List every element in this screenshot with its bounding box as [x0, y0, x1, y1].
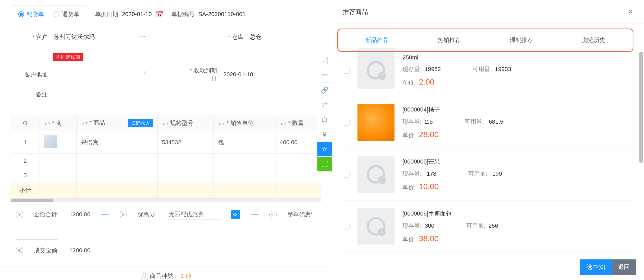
- toolbar-expand-button[interactable]: ⛶: [317, 157, 332, 171]
- toolbar-chart-button[interactable]: 〰: [317, 68, 332, 83]
- back-button[interactable]: 返回: [612, 259, 636, 275]
- price-value: 28.00: [419, 130, 439, 139]
- order-discount-input[interactable]: [16, 230, 58, 240]
- subtotal-row: 小计: [11, 183, 321, 198]
- vertical-scrollbar[interactable]: [639, 52, 643, 163]
- minus-icon: —: [251, 210, 259, 219]
- warehouse-input[interactable]: 总仓: [249, 31, 344, 43]
- coupon-icon: 券: [120, 211, 127, 218]
- radio-dot-icon: [53, 11, 59, 17]
- toolbar-person-button[interactable]: ☖: [317, 112, 332, 127]
- stock-value: 2.5: [425, 118, 433, 125]
- stock-value: 19952: [425, 66, 441, 72]
- doc-date-field: 单据日期 2020-01-10 📅: [95, 10, 164, 18]
- doc-no-field: 单据编号 SA-20200110-001: [171, 10, 246, 18]
- horizontal-scrollbar[interactable]: [11, 199, 321, 202]
- account-period-tag: 不固定账期: [53, 53, 83, 61]
- radio-dot-icon: [18, 11, 24, 17]
- product-thumb-icon: [44, 135, 57, 148]
- radio-label: 销货单: [27, 10, 44, 18]
- minus-icon: —: [101, 210, 109, 219]
- avail-value: 19903: [495, 66, 511, 72]
- toolbar-notes-button[interactable]: 📄: [317, 53, 332, 68]
- col-unit[interactable]: ▲▼销售单位: [214, 115, 275, 131]
- amount-total-value: 1200.00: [69, 211, 90, 218]
- doc-no-label: 单据编号: [171, 10, 195, 18]
- list-item[interactable]: [0000005]芒果 现存量:-178 可用量:-190 单价:10.00: [343, 148, 633, 200]
- product-image: [357, 104, 394, 141]
- list-item[interactable]: [0000004]橘子 现存量:2.5 可用量:-681.5 单价:28.00: [343, 96, 633, 148]
- doc-date-label: 单据日期: [95, 10, 118, 18]
- stock-value: 300: [425, 222, 434, 229]
- product-name: [0000005]芒果: [402, 158, 633, 166]
- product-checkbox[interactable]: [343, 67, 350, 74]
- more-icon[interactable]: ⋯: [139, 33, 146, 40]
- product-name: [0000004]橘子: [402, 106, 633, 114]
- product-checkbox[interactable]: [343, 223, 350, 230]
- footer-summary: 品 商品种类： 1 种: [0, 267, 332, 280]
- doc-date-value[interactable]: 2020-01-10: [122, 11, 152, 18]
- table-row[interactable]: 1 果倍爽 534532 包 400.00: [11, 131, 321, 154]
- kinds-icon: 品: [141, 273, 148, 280]
- tab-slow-recommend[interactable]: 滞销推荐: [486, 31, 558, 49]
- price-value: 2.00: [419, 77, 434, 86]
- product-image: [357, 52, 394, 89]
- discount-icon: 折: [269, 211, 277, 218]
- currency-icon: ¥: [16, 211, 23, 218]
- address-select[interactable]: ▽: [53, 70, 148, 79]
- product-checkbox[interactable]: [343, 171, 350, 178]
- deal-amount-value: 1200.00: [69, 247, 90, 254]
- due-date-input[interactable]: 2020-01-10: [222, 69, 318, 80]
- table-row[interactable]: 3: [11, 168, 321, 183]
- placeholder-icon: [367, 217, 385, 236]
- stock-value: -178: [425, 170, 436, 177]
- price-value: 38.00: [419, 234, 439, 243]
- doc-no-value: SA-20200110-001: [198, 11, 246, 18]
- customer-input[interactable]: 苏州万达沃尔玛⋯: [53, 31, 148, 43]
- close-icon[interactable]: ✕: [627, 7, 633, 16]
- address-label: 客户地址: [16, 71, 48, 78]
- avail-value: -190: [490, 170, 502, 177]
- placeholder-icon: [367, 165, 385, 184]
- col-settings[interactable]: ⚙: [11, 115, 39, 131]
- recommend-tabs: 新品推荐 热销推荐 滞销推荐 浏览历史: [337, 29, 633, 52]
- toolbar-favorite-button[interactable]: ☆: [317, 142, 332, 157]
- cell-qty[interactable]: 400.00: [275, 131, 321, 154]
- tab-new-recommend[interactable]: 新品推荐: [341, 31, 413, 49]
- toolbar-currency-button[interactable]: ¥: [317, 127, 332, 142]
- list-item[interactable]: 250ml 现存量:19952 可用量:19903 单价:2.00: [343, 52, 633, 96]
- col-qty[interactable]: ▲▼数量: [275, 115, 321, 131]
- product-image: [357, 208, 394, 245]
- calendar-icon[interactable]: 📅: [156, 11, 164, 18]
- selected-count-button[interactable]: 选中(0): [580, 259, 612, 275]
- cell-unit[interactable]: 包: [214, 131, 275, 154]
- scan-entry-button[interactable]: 扫码录入: [128, 119, 153, 127]
- avail-value: -681.5: [487, 118, 503, 125]
- col-spec[interactable]: ▲▼规格型号: [157, 115, 214, 131]
- col-image[interactable]: ▲▼商: [39, 115, 77, 131]
- radio-sales-order[interactable]: 销货单: [18, 10, 44, 18]
- table-row[interactable]: 2: [11, 154, 321, 168]
- radio-return-order[interactable]: 退货单: [53, 10, 79, 18]
- toolbar-exchange-button[interactable]: ⇄: [317, 97, 332, 112]
- refresh-coupon-button[interactable]: ⟳: [231, 210, 240, 219]
- chevron-down-icon: ▽: [143, 70, 146, 75]
- tab-hot-recommend[interactable]: 热销推荐: [413, 31, 485, 49]
- cell-spec[interactable]: 534532: [157, 131, 214, 154]
- cell-product[interactable]: 果倍爽: [77, 131, 157, 154]
- product-checkbox[interactable]: [343, 119, 350, 126]
- customer-label: 客户: [16, 33, 48, 41]
- col-product[interactable]: ▲▼商品扫码录入: [77, 115, 157, 131]
- product-name: 250ml: [402, 54, 633, 61]
- recommend-product-list[interactable]: 250ml 现存量:19952 可用量:19903 单价:2.00 [00000…: [332, 52, 644, 254]
- tab-browse-history[interactable]: 浏览历史: [558, 31, 630, 49]
- recommend-panel-title: 推荐商品: [343, 8, 368, 16]
- coupon-input[interactable]: [167, 209, 220, 220]
- price-value: 10.00: [419, 182, 439, 191]
- order-discount-label: 整单优惠:: [287, 211, 312, 218]
- remark-input[interactable]: [53, 90, 238, 99]
- toolbar-link-button[interactable]: 🔗: [317, 83, 332, 97]
- placeholder-icon: [367, 61, 385, 80]
- amount-total-label: 金额合计:: [34, 211, 59, 218]
- list-item[interactable]: [0000006]手撕面包 现存量:300 可用量:256 单价:38.00: [343, 200, 633, 253]
